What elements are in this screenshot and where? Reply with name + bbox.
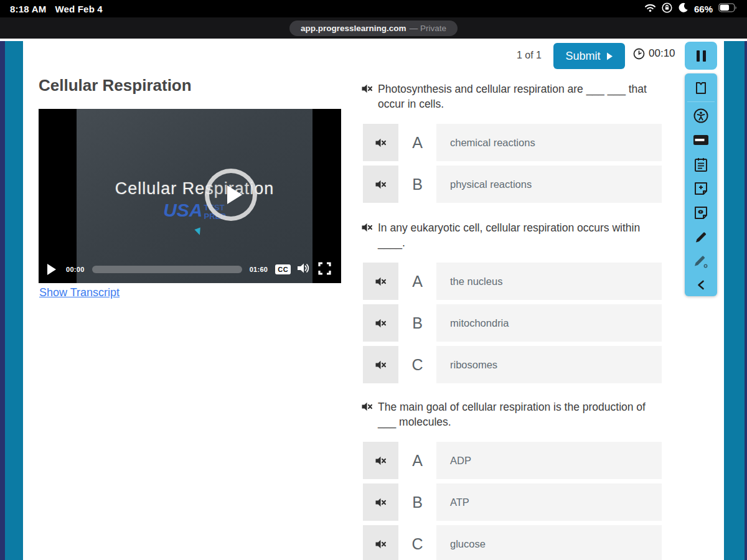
question-3-mute-icon[interactable]: [362, 402, 373, 429]
fullscreen-icon: [318, 262, 331, 275]
answer-option[interactable]: B ATP: [363, 483, 662, 521]
answer-option[interactable]: A the nucleus: [363, 263, 662, 300]
add-note-icon: [693, 181, 708, 196]
notepad-tool-button[interactable]: [685, 152, 717, 177]
option-mute-button[interactable]: [363, 124, 398, 161]
option-text[interactable]: mitochondria: [436, 304, 662, 342]
bookmark-icon: [693, 80, 708, 95]
add-note-tool-button[interactable]: [685, 177, 717, 201]
question-3-options: A ADP B ATP C glucose: [363, 442, 662, 560]
logo-cursor-icon: [194, 228, 202, 236]
option-mute-button[interactable]: [363, 442, 398, 479]
option-text[interactable]: physical reactions: [436, 166, 662, 203]
private-mode-label: — Private: [410, 24, 446, 33]
video-controls: 00:00 01:60 CC: [39, 261, 341, 278]
moon-icon: [678, 2, 688, 15]
option-mute-button[interactable]: [363, 304, 398, 342]
submit-arrow-icon: [606, 52, 613, 60]
video-player[interactable]: Cellular Respiration USA TEST PREP 00:00…: [39, 109, 341, 283]
view-notes-icon: [693, 205, 708, 220]
option-mute-button[interactable]: [363, 263, 398, 300]
question-2-options: A the nucleus B mitochondria C ribosomes: [363, 263, 662, 383]
answer-option[interactable]: B physical reactions: [363, 166, 662, 203]
show-transcript-link[interactable]: Show Transcript: [39, 286, 120, 299]
option-letter: A: [400, 442, 435, 479]
mute-icon: [375, 456, 387, 465]
option-letter: A: [400, 124, 435, 161]
battery-icon: [718, 3, 737, 14]
answer-option[interactable]: A chemical reactions: [363, 124, 662, 161]
video-overlay-title: Cellular Respiration: [77, 179, 312, 198]
highlighter-tool-button[interactable]: [685, 249, 717, 273]
option-text[interactable]: chemical reactions: [436, 124, 662, 161]
address-bar[interactable]: app.progresslearning.com — Private: [289, 21, 458, 36]
question-1-mute-icon[interactable]: [362, 84, 373, 111]
quiz-page: 1 of 1 Submit 00:10: [0, 39, 747, 560]
option-letter: C: [400, 346, 435, 383]
option-mute-button[interactable]: [363, 483, 398, 521]
accessibility-tool-button[interactable]: [685, 104, 717, 128]
bookmark-tool-button[interactable]: [685, 76, 717, 100]
answer-option[interactable]: C ribosomes: [363, 346, 662, 383]
battery-percent: 66%: [694, 4, 713, 14]
pencil-icon: [693, 230, 708, 245]
play-button[interactable]: [47, 264, 56, 275]
line-reader-tool-button[interactable]: [685, 128, 717, 152]
question-1-text: Photosynthesis and cellular respiration …: [378, 82, 657, 111]
question-2-mute-icon[interactable]: [362, 223, 373, 250]
browser-toolbar: app.progresslearning.com — Private: [0, 17, 747, 39]
option-text[interactable]: ADP: [436, 442, 662, 479]
clock-icon: [633, 48, 645, 60]
pause-button[interactable]: [685, 42, 717, 70]
option-mute-button[interactable]: [363, 346, 398, 383]
collapse-panel-button[interactable]: [685, 273, 717, 296]
tool-panel: [685, 73, 717, 296]
line-reader-icon: [693, 134, 709, 146]
view-notes-tool-button[interactable]: [685, 200, 717, 225]
pencil-tool-button[interactable]: [685, 225, 717, 249]
pause-icon: [697, 50, 700, 62]
option-text[interactable]: ATP: [436, 483, 662, 521]
big-play-button[interactable]: [205, 169, 257, 221]
answer-option[interactable]: A ADP: [363, 442, 662, 479]
option-letter: B: [400, 483, 435, 521]
mute-icon: [375, 180, 387, 189]
highlighter-icon: [693, 254, 709, 269]
option-letter: A: [400, 263, 435, 300]
question-1: Photosynthesis and cellular respiration …: [362, 82, 662, 111]
option-mute-button[interactable]: [363, 166, 398, 203]
option-text[interactable]: the nucleus: [436, 263, 662, 300]
status-time: 8:18 AM: [10, 4, 46, 14]
duration: 01:60: [250, 266, 268, 273]
option-letter: C: [400, 525, 435, 560]
page-border-left-outer: [0, 41, 5, 560]
volume-icon: [297, 263, 311, 274]
question-progress: 1 of 1: [479, 50, 542, 61]
option-letter: B: [400, 166, 435, 203]
answer-option[interactable]: C glucose: [363, 525, 662, 560]
option-mute-button[interactable]: [363, 525, 398, 560]
submit-label: Submit: [565, 50, 600, 63]
question-2: In any eukaryotic cell, cellular respira…: [362, 220, 662, 250]
page-border-right-inner: [724, 41, 745, 560]
question-1-options: A chemical reactions B physical reaction…: [363, 124, 662, 203]
fullscreen-button[interactable]: [318, 262, 331, 278]
wifi-icon: [644, 3, 656, 14]
mute-icon: [375, 138, 387, 147]
current-time: 00:00: [66, 266, 85, 273]
mute-icon: [375, 498, 387, 507]
submit-button[interactable]: Submit: [553, 43, 625, 69]
accessibility-icon: [693, 108, 709, 124]
option-letter: B: [400, 304, 435, 342]
status-bar: 8:18 AM Wed Feb 4 66%: [0, 0, 747, 17]
volume-button[interactable]: [297, 263, 311, 276]
closed-captions-button[interactable]: CC: [275, 264, 291, 274]
option-text[interactable]: ribosomes: [436, 346, 662, 383]
seek-bar[interactable]: [92, 266, 242, 273]
play-icon: [227, 185, 242, 204]
notepad-icon: [694, 157, 708, 172]
option-text[interactable]: glucose: [436, 525, 662, 560]
status-date: Wed Feb 4: [55, 4, 103, 14]
answer-option[interactable]: B mitochondria: [363, 304, 662, 342]
mute-icon: [375, 319, 387, 328]
